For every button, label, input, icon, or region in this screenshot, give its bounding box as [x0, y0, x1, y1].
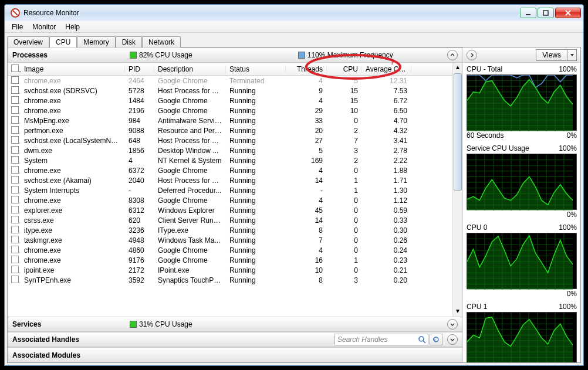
table-row[interactable]: csrss.exe620Client Server Runti...Runnin… — [8, 215, 452, 225]
table-row[interactable]: ipoint.exe2172IPoint.exeRunning1000.21 — [8, 265, 452, 275]
process-table-header: Image PID Description Status Threads CPU… — [8, 63, 452, 76]
table-row[interactable]: svchost.exe (LocalSystemNet...648Host Pr… — [8, 135, 452, 145]
table-row[interactable]: chrome.exe1484Google ChromeRunning4156.7… — [8, 96, 452, 106]
search-refresh-button[interactable] — [430, 334, 442, 345]
col-cpu[interactable]: CPU — [327, 65, 362, 73]
table-row[interactable]: svchost.exe (Akamai)2040Host Process for… — [8, 175, 452, 185]
services-cpu-stat: 31% CPU Usage — [139, 320, 192, 328]
process-scrollbar[interactable]: ▴ ▾ — [452, 63, 462, 317]
row-checkbox[interactable] — [11, 146, 19, 154]
table-row[interactable]: chrome.exe6372Google ChromeRunning401.88 — [8, 165, 452, 175]
chart-cpu-1: CPU 1100% — [463, 300, 580, 362]
row-checkbox[interactable] — [11, 136, 19, 144]
row-checkbox[interactable] — [11, 196, 19, 203]
row-checkbox[interactable] — [11, 76, 19, 84]
row-checkbox[interactable] — [11, 156, 19, 164]
processes-title: Processes — [12, 51, 130, 59]
minimize-button[interactable] — [520, 8, 536, 18]
table-row[interactable]: SynTPEnh.exe3592Synaptics TouchPa...Runn… — [8, 275, 452, 285]
chart-max: 100% — [559, 144, 577, 152]
row-checkbox[interactable] — [11, 266, 19, 273]
row-checkbox[interactable] — [11, 116, 19, 124]
table-row[interactable]: MsMpEng.exe984Antimalware Servic...Runni… — [8, 116, 452, 125]
table-row[interactable]: chrome.exe9176Google ChromeRunning1610.2… — [8, 255, 452, 265]
table-row[interactable]: chrome.exe4860Google ChromeRunning400.24 — [8, 245, 452, 255]
menu-file[interactable]: File — [7, 22, 28, 32]
views-dropdown-arrow[interactable] — [567, 49, 577, 61]
max-freq-chip — [298, 52, 305, 59]
services-header[interactable]: Services 31% CPU Usage — [8, 317, 462, 332]
views-button[interactable]: Views — [536, 49, 567, 61]
expand-services-button[interactable] — [447, 319, 458, 330]
col-pid[interactable]: PID — [125, 65, 154, 73]
row-checkbox[interactable] — [11, 216, 19, 223]
table-row[interactable]: itype.exe3236IType.exeRunning800.30 — [8, 225, 452, 235]
processes-header[interactable]: Processes 82% CPU Usage 110% Maximum Fre… — [8, 47, 462, 63]
row-checkbox[interactable] — [11, 96, 19, 104]
row-checkbox[interactable] — [11, 126, 19, 134]
col-image[interactable]: Image — [21, 65, 125, 73]
row-checkbox[interactable] — [11, 106, 19, 114]
row-checkbox[interactable] — [11, 276, 19, 283]
search-placeholder: Search Handles — [337, 335, 387, 344]
app-icon — [11, 8, 20, 18]
handles-header[interactable]: Associated Handles Search Handles — [8, 332, 462, 347]
expand-handles-button[interactable] — [447, 334, 458, 345]
col-status[interactable]: Status — [226, 65, 286, 73]
table-row[interactable]: System Interrupts-Deferred Procedur...Ru… — [8, 185, 452, 195]
chart-service-cpu-usage: Service CPU Usage100%0% — [463, 142, 580, 221]
col-description[interactable]: Description — [154, 65, 226, 73]
svg-line-7 — [423, 341, 425, 343]
cpu-usage-chip — [130, 52, 137, 59]
row-checkbox[interactable] — [11, 206, 19, 213]
services-cpu-chip — [130, 321, 137, 328]
chart-min: 0% — [567, 211, 577, 219]
col-avg-cpu[interactable]: Average CPU — [362, 65, 411, 73]
row-checkbox[interactable] — [11, 86, 19, 94]
table-row[interactable]: chrome.exe8308Google ChromeRunning401.12 — [8, 195, 452, 205]
row-checkbox[interactable] — [11, 176, 19, 184]
search-handles-input[interactable]: Search Handles — [334, 334, 428, 345]
cpu-usage-stat: 82% CPU Usage — [139, 51, 192, 59]
table-row[interactable]: chrome.exe2196Google ChromeRunning29106.… — [8, 106, 452, 116]
collapse-processes-button[interactable] — [447, 50, 458, 60]
table-row[interactable]: taskmgr.exe4948Windows Task Ma...Running… — [8, 235, 452, 245]
close-button[interactable] — [555, 8, 581, 18]
row-checkbox[interactable] — [11, 166, 19, 174]
row-checkbox[interactable] — [11, 246, 19, 253]
left-pane: Processes 82% CPU Usage 110% Maximum Fre… — [8, 47, 463, 362]
col-threads[interactable]: Threads — [286, 65, 327, 73]
titlebar[interactable]: Resource Monitor — [5, 5, 583, 21]
tab-cpu[interactable]: CPU — [49, 36, 77, 47]
chart-max: 100% — [559, 303, 577, 311]
menubar: File Monitor Help — [5, 21, 583, 33]
right-pane: Views CPU - Total100%60 Seconds0%Service… — [463, 47, 580, 362]
select-all-checkbox[interactable] — [11, 65, 19, 72]
expand-charts-button[interactable] — [467, 50, 477, 60]
row-checkbox[interactable] — [11, 256, 19, 263]
menu-help[interactable]: Help — [60, 22, 85, 32]
process-rows: chrome.exe2464Google ChromeTerminated451… — [8, 76, 452, 317]
row-checkbox[interactable] — [11, 186, 19, 194]
modules-header[interactable]: Associated Modules — [8, 347, 462, 362]
table-row[interactable]: svchost.exe (SDRSVC)5728Host Process for… — [8, 86, 452, 96]
maximize-button[interactable] — [538, 8, 554, 18]
table-row[interactable]: dwm.exe1856Desktop Window ...Running532.… — [8, 145, 452, 155]
chart-max: 100% — [559, 65, 577, 73]
tab-overview[interactable]: Overview — [7, 36, 49, 47]
table-row[interactable]: chrome.exe2464Google ChromeTerminated451… — [8, 76, 452, 86]
window-title: Resource Monitor — [23, 9, 519, 17]
menu-monitor[interactable]: Monitor — [28, 22, 60, 32]
row-checkbox[interactable] — [11, 226, 19, 233]
tab-disk[interactable]: Disk — [116, 36, 142, 47]
chart-cpu-total: CPU - Total100%60 Seconds0% — [463, 63, 580, 142]
chart-min: 0% — [567, 290, 577, 298]
modules-title: Associated Modules — [12, 351, 130, 359]
table-row[interactable]: perfmon.exe9088Resource and Perf...Runni… — [8, 125, 452, 135]
row-checkbox[interactable] — [11, 236, 19, 243]
resource-monitor-window: Resource Monitor File Monitor Help Overv… — [4, 4, 584, 366]
table-row[interactable]: explorer.exe6312Windows ExplorerRunning4… — [8, 205, 452, 215]
tab-memory[interactable]: Memory — [77, 36, 115, 47]
table-row[interactable]: System4NT Kernel & SystemRunning16922.22 — [8, 155, 452, 165]
tab-network[interactable]: Network — [142, 36, 181, 47]
